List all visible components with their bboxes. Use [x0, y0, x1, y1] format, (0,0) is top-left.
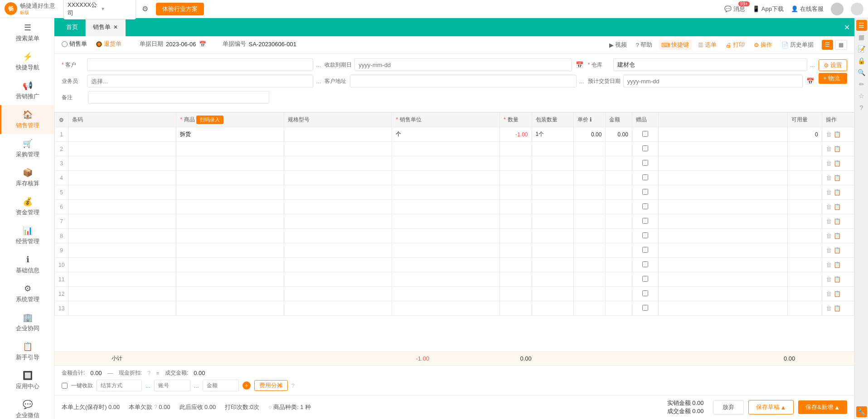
row-unit-price[interactable]: [574, 287, 606, 301]
settings-button[interactable]: ⚙: [139, 3, 151, 15]
right-star-icon[interactable]: ☆: [856, 91, 867, 101]
add-payment-btn[interactable]: +: [242, 381, 251, 390]
row-unit[interactable]: [392, 258, 500, 272]
row-barcode[interactable]: [68, 156, 176, 171]
sidebar-item-inventory[interactable]: 📦 库存核算: [0, 163, 54, 192]
setting-button[interactable]: ⚙ 设置: [819, 59, 847, 71]
row-spec[interactable]: [284, 229, 392, 243]
expected-date-calendar-icon[interactable]: 📅: [805, 77, 815, 86]
customer-more-btn[interactable]: ...: [316, 62, 321, 68]
delete-row-icon[interactable]: 🗑: [826, 247, 832, 254]
row-gift[interactable]: [632, 272, 658, 287]
addr-more-btn[interactable]: ...: [579, 78, 584, 85]
shortcut-btn[interactable]: ⌨ 快捷键: [659, 40, 692, 50]
sidebar-item-finance[interactable]: 💰 资金管理: [0, 192, 54, 221]
copy-row-icon[interactable]: 📋: [834, 218, 841, 225]
row-spec[interactable]: [284, 156, 392, 171]
online-service-button[interactable]: 👤 在线客服: [791, 5, 824, 13]
scan-button[interactable]: 扫码录入: [196, 116, 223, 124]
row-product[interactable]: [176, 185, 284, 200]
row-quantity[interactable]: -1.00: [500, 127, 532, 142]
one-click-collect-checkbox[interactable]: [62, 383, 68, 389]
row-spec[interactable]: [284, 142, 392, 156]
col-settings[interactable]: ⚙: [55, 113, 68, 127]
delete-row-icon[interactable]: 🗑: [826, 189, 832, 196]
row-quantity[interactable]: [500, 200, 532, 214]
row-gift[interactable]: [632, 229, 658, 243]
delete-row-icon[interactable]: 🗑: [826, 290, 832, 297]
row-quantity[interactable]: [500, 142, 532, 156]
row-spec[interactable]: [284, 258, 392, 272]
select-btn[interactable]: ☰ 选单: [695, 40, 719, 50]
row-spec[interactable]: [284, 243, 392, 258]
row-pack-qty[interactable]: [532, 301, 574, 316]
row-barcode[interactable]: [68, 301, 176, 316]
row-barcode[interactable]: [68, 200, 176, 214]
message-button[interactable]: 💬 消息 99+: [724, 5, 745, 13]
copy-row-icon[interactable]: 📋: [834, 203, 841, 210]
row-unit-price[interactable]: [574, 171, 606, 185]
row-quantity[interactable]: [500, 287, 532, 301]
row-barcode[interactable]: [68, 142, 176, 156]
row-unit[interactable]: [392, 142, 500, 156]
row-product[interactable]: [176, 214, 284, 229]
row-gift[interactable]: [632, 243, 658, 258]
row-quantity[interactable]: [500, 243, 532, 258]
copy-row-icon[interactable]: 📋: [834, 145, 841, 152]
fee-split-btn[interactable]: 费用分摊: [254, 380, 288, 391]
row-barcode[interactable]: [68, 287, 176, 301]
row-unit-price[interactable]: [574, 243, 606, 258]
row-spec[interactable]: [284, 127, 392, 142]
row-pack-qty[interactable]: 1个: [532, 127, 574, 142]
row-unit[interactable]: [392, 229, 500, 243]
row-pack-qty[interactable]: [532, 243, 574, 258]
row-quantity[interactable]: [500, 185, 532, 200]
row-gift[interactable]: [632, 301, 658, 316]
salesperson-more-btn[interactable]: ...: [316, 78, 321, 85]
delete-row-icon[interactable]: 🗑: [826, 232, 832, 239]
trial-button[interactable]: 体验行业方案: [156, 3, 204, 15]
row-barcode[interactable]: [68, 272, 176, 287]
due-date-input[interactable]: [354, 58, 572, 71]
calendar-icon[interactable]: 📅: [199, 41, 206, 48]
account-input[interactable]: [154, 380, 190, 391]
list-view-btn[interactable]: ☰: [822, 40, 833, 50]
help-btn[interactable]: ? 帮助: [633, 40, 655, 50]
app-download-button[interactable]: 📱 App下载: [752, 5, 784, 13]
copy-row-icon[interactable]: 📋: [834, 160, 841, 167]
row-amount[interactable]: [606, 142, 632, 156]
row-pack-qty[interactable]: [532, 258, 574, 272]
row-product[interactable]: [176, 272, 284, 287]
expected-date-input[interactable]: [623, 75, 803, 87]
customer-addr-input[interactable]: [350, 75, 576, 87]
customer-input[interactable]: [87, 58, 313, 71]
row-product[interactable]: [176, 258, 284, 272]
row-product[interactable]: [176, 200, 284, 214]
row-gift[interactable]: [632, 127, 658, 142]
row-unit-price[interactable]: [574, 185, 606, 200]
history-btn[interactable]: 📄 历史单据: [779, 40, 816, 50]
row-amount[interactable]: [606, 214, 632, 229]
row-barcode[interactable]: [68, 229, 176, 243]
sidebar-item-operations[interactable]: 📊 经营管理: [0, 221, 54, 250]
print-btn[interactable]: 🖨 打印: [723, 40, 747, 50]
radio-return-input[interactable]: [96, 41, 102, 47]
row-unit[interactable]: [392, 156, 500, 171]
row-unit-price[interactable]: 0.00: [574, 127, 606, 142]
sidebar-item-appcenter[interactable]: 🔲 应用中心: [0, 366, 54, 395]
avatar[interactable]: [831, 3, 844, 15]
warehouse-more-btn[interactable]: ...: [810, 62, 815, 68]
copy-row-icon[interactable]: 📋: [834, 290, 841, 297]
delete-row-icon[interactable]: 🗑: [826, 276, 832, 283]
row-unit-price[interactable]: [574, 301, 606, 316]
radio-sales-input[interactable]: [62, 41, 68, 47]
row-unit-price[interactable]: [574, 258, 606, 272]
right-lock-icon[interactable]: 🔒: [856, 55, 867, 66]
amount-input[interactable]: [203, 380, 239, 391]
row-gift[interactable]: [632, 185, 658, 200]
row-amount[interactable]: [606, 200, 632, 214]
right-list-view-icon[interactable]: ☰: [856, 20, 867, 31]
sidebar-item-wechat[interactable]: 💬 企业微信: [0, 395, 54, 419]
row-product[interactable]: [176, 229, 284, 243]
copy-row-icon[interactable]: 📋: [834, 232, 841, 239]
